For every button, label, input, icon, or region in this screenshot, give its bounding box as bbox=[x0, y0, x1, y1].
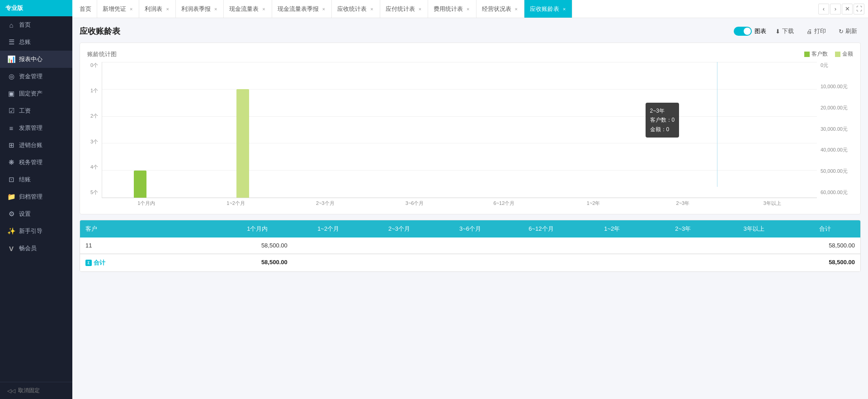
th-customer: 客户 bbox=[80, 220, 222, 238]
td-col4 bbox=[435, 238, 506, 253]
tab-next-button[interactable]: › bbox=[830, 4, 841, 14]
tab-expense-stat[interactable]: 费用统计表 × bbox=[428, 0, 476, 18]
tax-icon: ❋ bbox=[7, 158, 15, 166]
x-label-3: 3~6个月 bbox=[370, 200, 459, 207]
footer-col1: 58,500.00 bbox=[222, 254, 293, 271]
tab-prev-button[interactable]: ‹ bbox=[818, 4, 829, 14]
th-col4: 3~6个月 bbox=[435, 220, 506, 238]
sidebar-item-stock[interactable]: ⊞ 进销台账 bbox=[0, 137, 72, 154]
bars-row bbox=[102, 62, 817, 198]
sidebar-item-assets[interactable]: ▣ 固定资产 bbox=[0, 85, 72, 102]
sidebar-item-guide[interactable]: ✨ 新手引导 bbox=[0, 223, 72, 240]
sidebar-item-settings[interactable]: ⚙ 设置 bbox=[0, 205, 72, 223]
tab-voucher[interactable]: 新增凭证 × bbox=[97, 0, 139, 18]
tab-aging[interactable]: 应收账龄表 × bbox=[524, 0, 572, 18]
print-button[interactable]: 🖨 打印 bbox=[803, 25, 830, 37]
guide-icon: ✨ bbox=[7, 227, 15, 235]
sidebar-item-home[interactable]: ⌂ 首页 bbox=[0, 16, 72, 33]
sidebar-item-payroll[interactable]: ☑ 工资 bbox=[0, 102, 72, 119]
chart-toggle[interactable] bbox=[734, 27, 752, 36]
sidebar-item-label: 税务管理 bbox=[19, 158, 42, 166]
th-col3: 2~3个月 bbox=[364, 220, 435, 238]
tab-expense-stat-close[interactable]: × bbox=[466, 6, 470, 12]
main-area: 首页 新增凭证 × 利润表 × 利润表季报 × 现金流量表 × 现金流量表季报 … bbox=[72, 0, 868, 399]
tab-cashflow-label: 现金流量表 bbox=[229, 5, 259, 13]
x-label-1: 1~2个月 bbox=[191, 200, 281, 207]
td-col1: 58,500.00 bbox=[222, 238, 293, 253]
tab-expense-stat-label: 费用统计表 bbox=[434, 5, 463, 13]
unpin-icon: ◁◁ bbox=[7, 388, 15, 394]
footer-col2 bbox=[293, 254, 364, 271]
funds-icon: ◎ bbox=[7, 72, 15, 81]
tab-payable-stat[interactable]: 应付统计表 × bbox=[380, 0, 428, 18]
sidebar-item-tax[interactable]: ❋ 税务管理 bbox=[0, 154, 72, 171]
footer-total: 58,500.00 bbox=[789, 254, 860, 271]
home-icon: ⌂ bbox=[7, 21, 15, 29]
tab-cashflow-quarterly-close[interactable]: × bbox=[321, 6, 326, 12]
archive-icon: 📁 bbox=[7, 193, 15, 201]
tab-cashflow-close[interactable]: × bbox=[261, 6, 266, 12]
tab-voucher-close[interactable]: × bbox=[129, 6, 133, 12]
settings-icon: ⚙ bbox=[7, 210, 15, 218]
chart-toggle-label: 图表 bbox=[755, 27, 766, 35]
legend-amount-label: 金额 bbox=[842, 50, 853, 58]
bar-green-0 bbox=[134, 171, 146, 198]
x-label-6: 2~3年 bbox=[638, 200, 728, 207]
sidebar-item-reports[interactable]: 📊 报表中心 bbox=[0, 51, 72, 68]
sidebar-item-invoice[interactable]: ≡ 发票管理 bbox=[0, 119, 72, 137]
sidebar-item-ledger[interactable]: ☰ 总账 bbox=[0, 33, 72, 51]
tab-receivable-stat-close[interactable]: × bbox=[369, 6, 374, 12]
sidebar-item-label: 新手引导 bbox=[19, 227, 42, 235]
tab-receivable-stat[interactable]: 应收统计表 × bbox=[332, 0, 380, 18]
tab-profit-quarterly[interactable]: 利润表季报 × bbox=[176, 0, 224, 18]
sidebar-item-label: 首页 bbox=[19, 21, 31, 29]
td-col6 bbox=[576, 238, 647, 253]
td-col2 bbox=[293, 238, 364, 253]
sidebar-item-label: 畅会员 bbox=[19, 244, 37, 252]
closing-icon: ⊡ bbox=[7, 176, 15, 184]
refresh-button[interactable]: ↻ 刷新 bbox=[835, 25, 861, 37]
tab-cashflow-quarterly[interactable]: 现金流量表季报 × bbox=[272, 0, 332, 18]
sidebar-item-archive[interactable]: 📁 归档管理 bbox=[0, 188, 72, 205]
chart-legend: 客户数 金额 bbox=[804, 50, 853, 58]
tab-expand-button[interactable]: ⛶ bbox=[854, 4, 864, 14]
sidebar-item-label: 总账 bbox=[19, 38, 31, 46]
sidebar-unpin-button[interactable]: ◁◁ 取消固定 bbox=[0, 382, 72, 399]
sidebar-item-label: 结账 bbox=[19, 176, 31, 184]
sidebar-item-closing[interactable]: ⊡ 结账 bbox=[0, 171, 72, 188]
tab-close-all-button[interactable]: ✕ bbox=[842, 4, 853, 14]
tab-profit[interactable]: 利润表 × bbox=[139, 0, 175, 18]
td-col8 bbox=[718, 238, 789, 253]
download-button[interactable]: ⬇ 下载 bbox=[772, 25, 797, 37]
tab-profit-quarterly-close[interactable]: × bbox=[213, 6, 218, 12]
td-customer: 11 bbox=[80, 238, 222, 253]
ledger-icon: ☰ bbox=[7, 38, 15, 46]
bar-group-1 bbox=[192, 89, 281, 198]
data-table: 客户 1个月内 1~2个月 2~3个月 3~6个月 6~12个月 1~2年 2~… bbox=[80, 220, 861, 272]
sidebar-item-label: 资金管理 bbox=[19, 72, 42, 81]
tab-aging-close[interactable]: × bbox=[562, 6, 566, 12]
legend-customers-color bbox=[804, 52, 810, 57]
tab-home-label: 首页 bbox=[80, 5, 91, 13]
payroll-icon: ☑ bbox=[7, 107, 15, 115]
chart-title: 账龄统计图 bbox=[87, 50, 853, 58]
x-labels: 1个月内 1~2个月 2~3个月 3~6个月 6~12个月 1~2年 2~3年 … bbox=[102, 198, 817, 207]
x-label-7: 3年以上 bbox=[727, 200, 817, 207]
chart-area: 5个 4个 3个 2个 1个 0个 bbox=[87, 62, 853, 207]
sidebar-item-funds[interactable]: ◎ 资金管理 bbox=[0, 68, 72, 85]
tab-cashflow[interactable]: 现金流量表 × bbox=[224, 0, 272, 18]
tab-home[interactable]: 首页 bbox=[74, 0, 97, 18]
tab-operation-close[interactable]: × bbox=[514, 6, 519, 12]
tab-payable-stat-close[interactable]: × bbox=[418, 6, 422, 12]
sidebar-item-label: 工资 bbox=[19, 107, 31, 115]
tab-profit-quarterly-label: 利润表季报 bbox=[181, 5, 211, 13]
th-col1: 1个月内 bbox=[222, 220, 293, 238]
sidebar-item-vip[interactable]: V 畅会员 bbox=[0, 240, 72, 257]
tab-cashflow-quarterly-label: 现金流量表季报 bbox=[278, 5, 319, 13]
tab-operation[interactable]: 经营状况表 × bbox=[476, 0, 524, 18]
td-col5 bbox=[505, 238, 576, 253]
bar-group-0 bbox=[102, 171, 192, 198]
tab-profit-close[interactable]: × bbox=[165, 6, 170, 12]
th-col7: 2~3年 bbox=[647, 220, 718, 238]
tab-bar: 首页 新增凭证 × 利润表 × 利润表季报 × 现金流量表 × 现金流量表季报 … bbox=[72, 0, 868, 18]
